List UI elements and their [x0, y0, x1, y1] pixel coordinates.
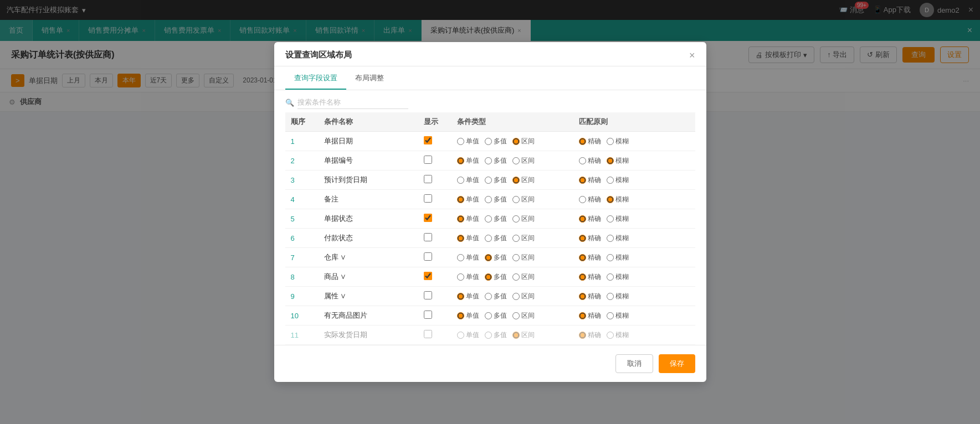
modal-overlay: 设置查询区域布局 × 查询字段设置 布局调整 🔍 顺序 条件名称 显示 条件类型: [0, 0, 980, 112]
modal-header: 设置查询区域布局 ×: [274, 42, 706, 66]
condition-search-input[interactable]: [297, 96, 408, 109]
search-icon: 🔍: [285, 99, 294, 107]
modal-tabs: 查询字段设置 布局调整: [274, 68, 706, 90]
tab-layout-adjust[interactable]: 布局调整: [346, 68, 393, 90]
modal-title: 设置查询区域布局: [285, 50, 352, 60]
tab-query-fields[interactable]: 查询字段设置: [285, 68, 346, 90]
modal-close-button[interactable]: ×: [689, 50, 695, 60]
modal-search-area: 🔍: [274, 90, 706, 112]
settings-modal: 设置查询区域布局 × 查询字段设置 布局调整 🔍 顺序 条件名称 显示 条件类型: [274, 42, 706, 112]
